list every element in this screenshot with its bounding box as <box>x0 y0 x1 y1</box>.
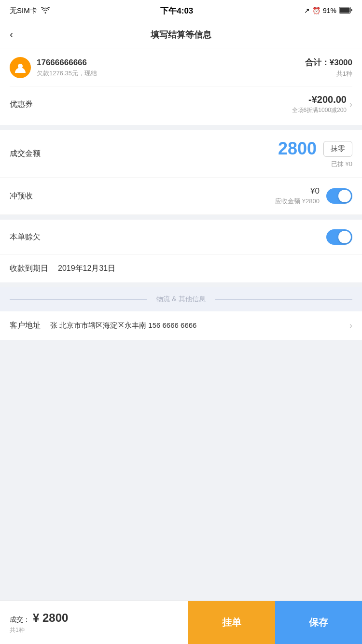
due-date-row: 收款到期日 2019年12月31日 <box>0 254 362 282</box>
coupon-chevron-icon: › <box>349 99 352 110</box>
coupon-row[interactable]: 优惠券 -¥200.00 全场6折满1000减200 › <box>10 86 352 116</box>
logistics-label: 物流 & 其他信息 <box>156 295 205 304</box>
advance-label: 冲预收 <box>10 191 33 201</box>
due-date-label: 收款到期日 <box>10 264 48 274</box>
deal-amount-value: 2800 <box>278 139 317 159</box>
coupon-discount: -¥200.00 <box>292 94 347 105</box>
bottom-deal: 成交： ¥ 2800 <box>10 611 179 625</box>
logistics-divider-right <box>215 299 352 300</box>
customer-left: 17666666666 欠款1276.35元，现结 <box>10 57 97 78</box>
debt-section: 本单赊欠 收款到期日 2019年12月31日 <box>0 220 362 282</box>
customer-phone: 17666666666 <box>37 58 97 68</box>
address-value: 张 北京市市辖区海淀区永丰南 156 6666 6666 <box>50 320 349 331</box>
customer-total: 合计：¥3000 共1种 <box>305 57 352 78</box>
deal-amount-row: 成交金额 2800 抹零 已抹 ¥0 <box>0 130 362 178</box>
advance-amount-block: ¥0 应收金额 ¥2800 <box>275 186 320 206</box>
location-icon: ↗ <box>304 7 310 14</box>
advance-payment-toggle[interactable] <box>326 188 352 204</box>
hold-button[interactable]: 挂单 <box>188 601 275 644</box>
customer-row: 17666666666 欠款1276.35元，现结 合计：¥3000 共1种 <box>10 57 352 78</box>
logistics-section: 物流 & 其他信息 <box>0 287 362 311</box>
battery-icon <box>339 7 352 15</box>
bottom-deal-label: 成交： <box>10 616 30 624</box>
total-amount: 合计：¥3000 <box>305 57 352 68</box>
nav-bar: ‹ 填写结算等信息 <box>0 21 362 48</box>
address-section: 客户地址 张 北京市市辖区海淀区永丰南 156 6666 6666 › <box>0 311 362 340</box>
alarm-icon: ⏰ <box>312 7 320 14</box>
coupon-desc: 全场6折满1000减200 <box>292 106 347 114</box>
address-row[interactable]: 客户地址 张 北京市市辖区海淀区永丰南 156 6666 6666 › <box>0 311 362 340</box>
customer-card: 17666666666 欠款1276.35元，现结 合计：¥3000 共1种 优… <box>0 48 362 125</box>
advance-right: ¥0 应收金额 ¥2800 <box>275 186 352 206</box>
battery-text: 91% <box>323 7 336 14</box>
deal-section: 成交金额 2800 抹零 已抹 ¥0 冲预收 ¥0 应收金额 ¥2800 <box>0 130 362 215</box>
round-zero-button[interactable]: 抹零 <box>323 141 352 157</box>
deal-amount-label: 成交金额 <box>10 149 41 159</box>
svg-rect-1 <box>339 7 349 13</box>
deal-amount-value-area: 2800 抹零 <box>278 139 352 159</box>
gray-area <box>0 340 362 378</box>
deal-sub-text: 已抹 ¥0 <box>331 160 352 168</box>
status-bar: 无SIM卡 下午4:03 ↗ ⏰ 91% <box>0 0 362 21</box>
advance-sub: 应收金额 ¥2800 <box>275 197 320 206</box>
status-left: 无SIM卡 <box>10 6 50 15</box>
total-count: 共1种 <box>305 70 352 78</box>
debt-row: 本单赊欠 <box>0 220 362 254</box>
page-title: 填写结算等信息 <box>151 29 211 41</box>
save-button[interactable]: 保存 <box>275 601 362 644</box>
address-chevron-icon: › <box>349 321 352 331</box>
status-right: ↗ ⏰ 91% <box>304 7 352 15</box>
coupon-right: -¥200.00 全场6折满1000减200 › <box>292 94 352 114</box>
bottom-count: 共1种 <box>10 626 179 634</box>
advance-amount: ¥0 <box>275 186 320 196</box>
address-label: 客户地址 <box>10 321 41 331</box>
customer-debt: 欠款1276.35元，现结 <box>37 69 97 78</box>
total-label: 合计： <box>305 58 330 67</box>
carrier-text: 无SIM卡 <box>10 6 37 15</box>
customer-info: 17666666666 欠款1276.35元，现结 <box>37 58 97 78</box>
logistics-divider-left <box>10 299 147 300</box>
bottom-bar: 成交： ¥ 2800 共1种 挂单 保存 <box>0 601 362 644</box>
avatar <box>10 57 31 78</box>
total-value: ¥3000 <box>330 58 352 67</box>
due-date-value: 2019年12月31日 <box>58 264 115 274</box>
back-button[interactable]: ‹ <box>10 28 13 41</box>
content: 17666666666 欠款1276.35元，现结 合计：¥3000 共1种 优… <box>0 48 362 427</box>
bottom-deal-amount: ¥ 2800 <box>33 611 68 625</box>
coupon-label: 优惠券 <box>10 99 33 110</box>
status-time: 下午4:03 <box>160 5 193 16</box>
wifi-icon <box>41 7 50 15</box>
advance-payment-row: 冲预收 ¥0 应收金额 ¥2800 <box>0 178 362 215</box>
bottom-summary: 成交： ¥ 2800 共1种 <box>0 611 188 634</box>
debt-label: 本单赊欠 <box>10 232 41 242</box>
debt-order-toggle[interactable] <box>326 229 352 245</box>
